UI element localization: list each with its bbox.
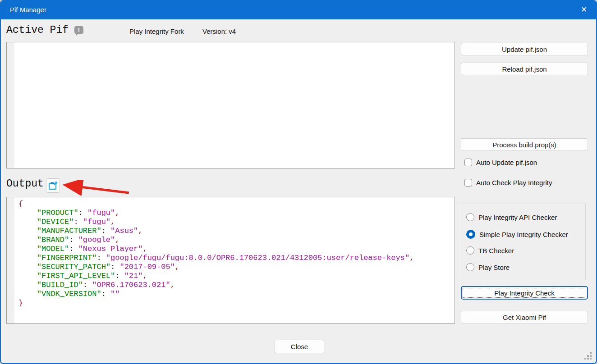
radio-tb-checker[interactable]: TB Checker <box>466 246 514 255</box>
radio-icon[interactable] <box>466 246 474 255</box>
auto-check-play-integrity-checkbox-row[interactable]: Auto Check Play Integrity <box>464 179 552 187</box>
red-arrow-annotation <box>59 180 132 196</box>
auto-update-checkbox-row[interactable]: Auto Update pif.json <box>464 159 537 166</box>
output-textbox[interactable]: { "PRODUCT": "fugu", "DEVICE": "fugu", "… <box>6 197 455 324</box>
radio-label: Simple Play Integrity Checker <box>479 231 568 238</box>
fork-name-label: Play Integrity Fork <box>129 27 184 35</box>
update-pif-json-button[interactable]: Update pif.json <box>461 43 588 55</box>
window-title: Pif Manager <box>0 6 46 14</box>
output-label: Output <box>6 178 44 190</box>
close-button[interactable]: Close <box>275 340 324 353</box>
radio-play-store[interactable]: Play Store <box>466 263 510 271</box>
radio-label: Play Integrity API Checker <box>478 214 557 221</box>
output-json-code: { "PRODUCT": "fugu", "DEVICE": "fugu", "… <box>18 200 414 308</box>
radio-play-integrity-api-checker[interactable]: Play Integrity API Checker <box>466 213 557 221</box>
play-integrity-check-button[interactable]: Play Integrity Check <box>461 286 588 300</box>
resize-grip[interactable] <box>583 351 592 359</box>
pif-manager-window: Pif Manager ✕ Active Pif ! Play Integrit… <box>0 0 597 364</box>
process-build-prop-button[interactable]: Process build.prop(s) <box>461 138 588 151</box>
version-label: Version: v4 <box>202 27 236 35</box>
checkbox-icon[interactable] <box>464 159 472 166</box>
get-xiaomi-pif-button[interactable]: Get Xiaomi Pif <box>461 311 588 323</box>
active-pif-label: Active Pif <box>6 24 69 36</box>
close-icon[interactable]: ✕ <box>574 0 594 19</box>
active-pif-textbox[interactable] <box>6 42 455 168</box>
radio-icon[interactable] <box>466 263 474 271</box>
copy-to-clipboard-button[interactable] <box>46 178 60 193</box>
checkbox-label: Auto Update pif.json <box>476 159 537 166</box>
clipboard-arrow-up-icon <box>48 181 58 191</box>
textbox-gutter <box>7 197 14 323</box>
radio-icon[interactable] <box>466 230 475 239</box>
radio-icon[interactable] <box>466 213 474 221</box>
titlebar[interactable]: Pif Manager ✕ <box>0 0 597 19</box>
checkbox-icon[interactable] <box>464 179 472 187</box>
textbox-gutter <box>7 42 14 168</box>
reload-pif-json-button[interactable]: Reload pif.json <box>461 63 588 75</box>
radio-label: Play Store <box>478 264 510 271</box>
info-bubble-icon[interactable]: ! <box>74 26 83 34</box>
radio-simple-play-integrity-checker[interactable]: Simple Play Integrity Checker <box>466 230 568 239</box>
checkbox-label: Auto Check Play Integrity <box>476 179 552 187</box>
radio-label: TB Checker <box>478 247 514 255</box>
